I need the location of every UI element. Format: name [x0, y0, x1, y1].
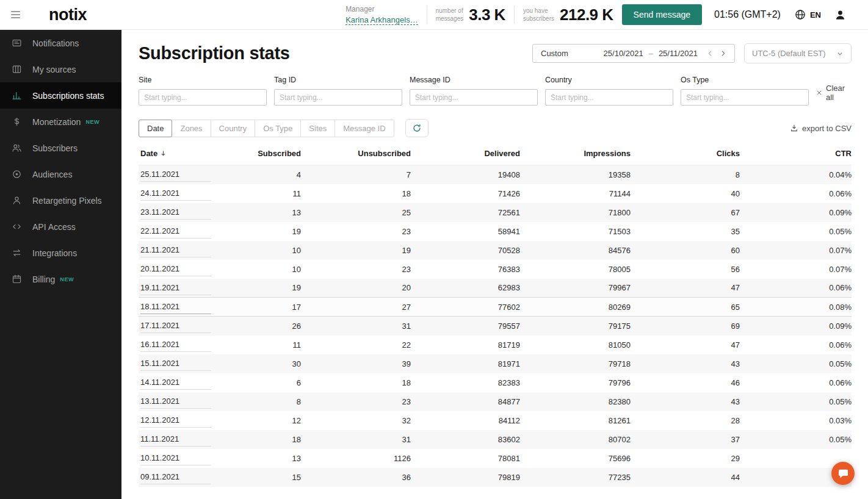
sidebar-item-api-access[interactable]: API Access — [0, 214, 121, 240]
language-selector[interactable]: EN — [794, 9, 821, 21]
export-csv-button[interactable]: export to CSV — [790, 124, 852, 133]
column-header-impressions[interactable]: Impressions — [520, 146, 631, 165]
column-header-subscribed[interactable]: Subscribed — [230, 146, 301, 165]
column-header-date[interactable]: Date — [139, 146, 230, 165]
date-cell[interactable]: 19.11.2021 — [139, 279, 230, 298]
value-cell: 1126 — [301, 449, 411, 468]
sidebar-item-audiences[interactable]: Audiences — [0, 161, 121, 187]
clear-all-button[interactable]: Clear all — [816, 84, 852, 106]
tab-message-id[interactable]: Message ID — [335, 120, 394, 137]
date-cell[interactable]: 20.11.2021 — [139, 260, 230, 279]
sidebar-item-retargeting-pixels[interactable]: Retargeting Pixels — [0, 187, 121, 214]
date-cell[interactable]: 21.11.2021 — [139, 241, 230, 260]
value-cell: 10 — [230, 241, 301, 260]
tab-country[interactable]: Country — [211, 120, 256, 137]
date-cell[interactable]: 25.11.2021 — [139, 165, 230, 184]
table-row: 11.11.202118318360280702370.05% — [139, 430, 852, 449]
sidebar-item-label: Billing — [32, 275, 55, 284]
date-cell[interactable]: 17.11.2021 — [139, 317, 230, 336]
value-cell: 31 — [301, 317, 411, 336]
sidebar-item-label: Integrations — [32, 248, 77, 258]
next-period-button[interactable] — [717, 48, 729, 59]
range-end-date[interactable]: 25/11/2021 — [659, 49, 698, 58]
date-cell[interactable]: 11.11.2021 — [139, 430, 230, 449]
date-cell[interactable]: 15.11.2021 — [139, 354, 230, 373]
date-cell[interactable]: 12.11.2021 — [139, 411, 230, 430]
filter-message-id-input[interactable] — [410, 89, 538, 106]
value-cell: 31 — [301, 430, 411, 449]
tab-zones[interactable]: Zones — [172, 120, 211, 137]
sidebar-item-subscribers[interactable]: Subscribers — [0, 135, 121, 161]
table-row: 09.11.20211536798197723544 — [139, 468, 852, 487]
date-cell[interactable]: 24.11.2021 — [139, 184, 230, 203]
sidebar-item-notifications[interactable]: Notifications — [0, 30, 121, 56]
refresh-button[interactable] — [405, 119, 429, 137]
value-cell: 32 — [301, 411, 411, 430]
value-cell: 0.06% — [740, 279, 852, 298]
column-header-unsubscribed[interactable]: Unsubscribed — [301, 146, 411, 165]
audiences-icon — [12, 169, 22, 179]
stats-icon — [12, 90, 22, 101]
value-cell: 84576 — [520, 241, 631, 260]
chat-widget-button[interactable] — [831, 462, 855, 485]
value-cell: 0.07% — [740, 241, 852, 260]
value-cell: 19358 — [520, 165, 631, 184]
messages-count: 3.3 K — [469, 5, 505, 24]
tab-sites[interactable]: Sites — [300, 120, 335, 137]
account-button[interactable] — [834, 9, 846, 21]
value-cell: 23 — [301, 392, 411, 411]
sidebar-item-billing[interactable]: Billing NEW — [0, 266, 121, 292]
timezone-select[interactable]: UTC-5 (Default EST) — [744, 43, 852, 63]
manager-label: Manager — [345, 5, 418, 13]
table-row: 14.11.20216188238379796460.06% — [139, 373, 852, 392]
date-cell[interactable]: 16.11.2021 — [139, 336, 230, 354]
column-header-clicks[interactable]: Clicks — [631, 146, 740, 165]
range-start-date[interactable]: 25/10/2021 — [604, 49, 643, 58]
value-cell: 35 — [631, 222, 740, 241]
app-window: notix Manager Karina Arkhangels… number … — [0, 0, 868, 499]
date-range-picker[interactable]: Custom 25/10/2021 – 25/11/2021 — [532, 44, 735, 63]
filter-site-input[interactable] — [139, 89, 267, 106]
sidebar-item-integrations[interactable]: Integrations — [0, 240, 121, 266]
value-cell: 40 — [631, 184, 740, 203]
sidebar-item-subscriptions-stats[interactable]: Subscriptions stats — [0, 82, 121, 109]
prev-period-button[interactable] — [704, 48, 717, 59]
arrow-down-icon — [160, 150, 167, 157]
divider — [514, 5, 515, 24]
chat-icon — [837, 468, 849, 479]
send-message-button[interactable]: Send message — [622, 4, 702, 25]
filter-os-type-input[interactable] — [681, 89, 809, 106]
value-cell: 79175 — [520, 317, 631, 336]
range-preset-label[interactable]: Custom — [541, 49, 568, 58]
column-header-delivered[interactable]: Delivered — [411, 146, 520, 165]
value-cell: 81261 — [520, 411, 631, 430]
menu-toggle-button[interactable] — [0, 0, 31, 30]
filter-tag-id-input[interactable] — [274, 89, 402, 106]
date-cell[interactable]: 13.11.2021 — [139, 392, 230, 411]
value-cell: 82380 — [520, 392, 631, 411]
sidebar-item-monetization[interactable]: Monetization NEW — [0, 109, 121, 135]
date-cell[interactable]: 09.11.2021 — [139, 468, 230, 487]
manager-name-link[interactable]: Karina Arkhangels… — [345, 15, 418, 25]
value-cell: 8 — [230, 392, 301, 411]
column-header-ctr[interactable]: CTR — [740, 146, 852, 165]
timezone-value: UTC-5 (Default EST) — [752, 49, 826, 58]
date-cell[interactable]: 23.11.2021 — [139, 203, 230, 222]
value-cell: 27 — [301, 298, 411, 317]
sidebar-item-my-sources[interactable]: My sources — [0, 56, 121, 82]
date-cell[interactable]: 18.11.2021 — [139, 298, 230, 317]
tab-os-type[interactable]: Os Type — [255, 120, 301, 137]
filter-os-type: Os Type — [681, 76, 809, 106]
tab-date[interactable]: Date — [139, 120, 172, 137]
sidebar-item-label: Monetization — [32, 117, 81, 127]
date-cell[interactable]: 10.11.2021 — [139, 449, 230, 468]
value-cell: 19 — [230, 222, 301, 241]
value-cell: 62983 — [411, 279, 520, 298]
table-row: 20.11.202110237638378005560.07% — [139, 260, 852, 279]
value-cell: 81050 — [520, 336, 631, 354]
export-label: export to CSV — [802, 124, 852, 133]
date-cell[interactable]: 14.11.2021 — [139, 373, 230, 392]
date-cell[interactable]: 22.11.2021 — [139, 222, 230, 241]
chevron-right-icon — [718, 49, 728, 58]
filter-country-input[interactable] — [545, 89, 673, 106]
